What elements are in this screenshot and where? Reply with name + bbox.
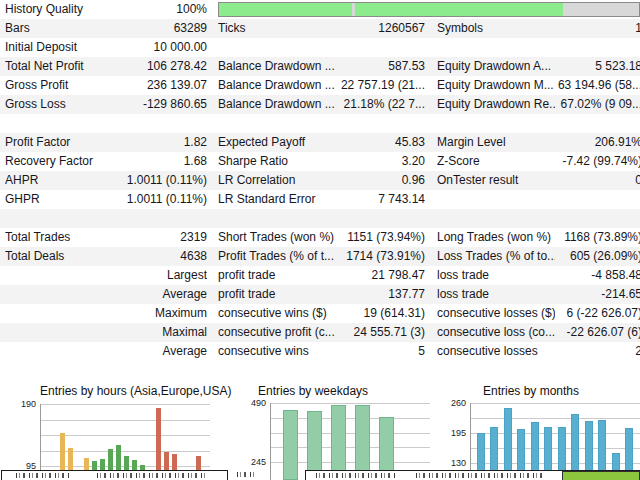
gridline [40,420,210,421]
table-row [0,114,640,133]
metric-label-col2: Sharpe Ratio [218,152,336,171]
metric-value-col1: Average [90,342,207,361]
metric-value-col3 [520,190,640,209]
axis-tick-label: 245 [236,456,266,468]
y-axis-line [270,403,271,480]
metric-value-col1 [90,209,207,228]
table-row: Average consecutive wins 5 consecutive l… [0,342,640,361]
table-row: Initial Deposit 10 000.00 [0,38,640,57]
metric-value-col2: 137.77 [336,285,425,304]
metric-value-col2: 587.53 [336,57,425,76]
axis-tick-label: 260 [436,397,466,409]
bar [283,410,298,480]
table-row: Maximal consecutive profit (c... 24 555.… [0,323,640,342]
metric-value-col3 [520,114,640,133]
y-axis-line [470,403,471,480]
metric-value-col1: Average [90,285,207,304]
cutoff-green-element [562,471,640,480]
metric-label-col2 [218,38,336,57]
strategy-tester-report: History Quality 100% Bars 63289 Ticks 12… [0,0,640,480]
bar [355,405,370,480]
metric-value-col3: 605 (26.09%) [520,247,640,266]
metric-value-col3: 206.91% [520,133,640,152]
metric-value-col3: -22 626.07 (6) [520,323,640,342]
metric-value-col2: 3.20 [336,152,425,171]
gridline [270,403,430,404]
metric-label-col2: profit trade [218,285,336,304]
metric-label-col2: Ticks [218,19,336,38]
metric-value-col2 [336,38,425,57]
metric-value-col3: 2 [520,342,640,361]
metric-label-col2: LR Standard Error [218,190,336,209]
metric-value-col3 [520,209,640,228]
metric-value-col3: 67.02% (9 09... [520,95,640,114]
history-quality-segment-empty [563,3,639,16]
metric-value-col2: 1151 (73.94%) [336,228,425,247]
metric-value-col1: Maximum [90,304,207,323]
metric-value-col2: 5 [336,342,425,361]
metric-value-col1: 1.0011 (0.11%) [90,171,207,190]
metric-value-col2: 22 757.19 (21... [336,76,425,95]
history-quality-progress-bar [218,2,640,17]
metric-value-col1: 1.0011 (0.11%) [90,190,207,209]
table-row: Recovery Factor 1.68 Sharpe Ratio 3.20 Z… [0,152,640,171]
metric-label-col2: profit trade [218,266,336,285]
metric-label-col2: Balance Drawdown ... [218,76,336,95]
chart-title-weekdays: Entries by weekdays [258,384,368,398]
table-row: Maximum consecutive wins ($) 19 (614.31)… [0,304,640,323]
metric-label-col2: Profit Trades (% of t... [218,247,336,266]
gridline [40,451,210,452]
axis-tick-label: 190 [6,398,36,410]
history-quality-segment-data [355,3,563,16]
metric-value-col2: 45.83 [336,133,425,152]
chart-title-months: Entries by months [483,384,579,398]
table-row: Profit Factor 1.82 Expected Payoff 45.83… [0,133,640,152]
y-axis-line [40,404,41,480]
metric-value-col1: 2319 [90,228,207,247]
metric-value-col1: 63289 [90,19,207,38]
metric-value-col2 [336,114,425,133]
metric-value-col1: Largest [90,266,207,285]
metric-value-col2: 21 798.47 [336,266,425,285]
metric-value-col2 [336,209,425,228]
table-row [0,209,640,228]
table-row: Gross Loss -129 860.65 Balance Drawdown … [0,95,640,114]
metric-value-col3: -7.42 (99.74%) [520,152,640,171]
cutoff-window-left[interactable] [1,470,228,480]
metric-label-col2: Expected Payoff [218,133,336,152]
table-row: Largest profit trade 21 798.47 loss trad… [0,266,640,285]
axis-tick-label: 490 [236,397,266,409]
metric-value-col1: 1.68 [90,152,207,171]
gridline [470,418,640,419]
metric-value-col3: -4 858.48 [520,266,640,285]
metric-label-col2 [218,114,336,133]
cutoff-text-fragment [237,472,257,477]
history-quality-segment-data [219,3,352,16]
gridline [470,403,640,404]
metric-value-col1: 4638 [90,247,207,266]
metric-value-col3: 6 (-22 626.07) [520,304,640,323]
metric-value-col3 [520,38,640,57]
metric-value-col2: 19 (614.31) [336,304,425,323]
bar [331,405,346,480]
metric-value-col3: 1168 (73.89%) [520,228,640,247]
table-row: Total Net Profit 106 278.42 Balance Draw… [0,57,640,76]
table-row: Total Deals 4638 Profit Trades (% of t..… [0,247,640,266]
metric-label-col2: consecutive wins ($) [218,304,336,323]
metric-value-col1: 10 000.00 [90,38,207,57]
metric-value-col2: 1714 (73.91%) [336,247,425,266]
metric-value-col1: 236 139.07 [90,76,207,95]
metric-value-col2: 24 555.71 (3) [336,323,425,342]
metric-label-col2: Balance Drawdown ... [218,95,336,114]
chart-title-hours: Entries by hours (Asia,Europe,USA) [40,384,231,398]
table-row: GHPR 1.0011 (0.11%) LR Standard Error 7 … [0,190,640,209]
table-row: Average profit trade 137.77 loss trade -… [0,285,640,304]
metric-label-col2: consecutive wins [218,342,336,361]
metric-value-col3: 0 [520,171,640,190]
metric-value-col3: -214.65 [520,285,640,304]
metric-value-col1: Maximal [90,323,207,342]
metric-value-col1: 106 278.42 [90,57,207,76]
metric-label-col2: Balance Drawdown ... [218,57,336,76]
metric-value-col3: 5 523.18 [520,57,640,76]
table-row: Bars 63289 Ticks 1260567 Symbols 1 [0,19,640,38]
